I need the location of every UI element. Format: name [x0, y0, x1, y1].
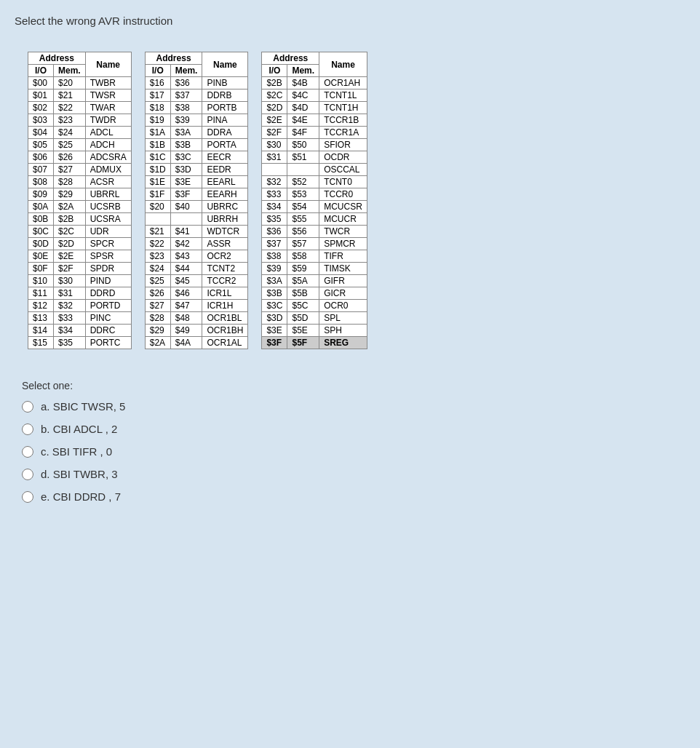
- name-cell: EEARL: [202, 176, 248, 188]
- mem-cell: $41: [170, 226, 202, 238]
- name-cell: DDRB: [202, 89, 248, 102]
- option-item-d[interactable]: d. SBI TWBR, 3: [22, 468, 685, 480]
- name-cell: PIND: [85, 275, 131, 287]
- option-item-b[interactable]: b. CBI ADCL , 2: [22, 423, 685, 435]
- table-row: $17$37DDRB: [145, 89, 248, 102]
- name-cell: PORTB: [202, 102, 248, 114]
- name-cell: EECR: [202, 151, 248, 164]
- mem-cell: $53: [287, 188, 319, 201]
- name-cell: ASSR: [202, 238, 248, 250]
- io-cell: $07: [28, 164, 54, 176]
- io-cell: $38: [262, 250, 287, 263]
- table1-mem-header: Mem.: [54, 65, 86, 77]
- io-cell: $0E: [28, 250, 54, 263]
- name-cell: ADCH: [85, 139, 131, 151]
- radio-c[interactable]: [22, 446, 33, 458]
- mem-cell: $43: [170, 250, 202, 263]
- io-cell: $1E: [145, 176, 170, 188]
- io-cell: $2B: [262, 77, 287, 89]
- name-cell: TIMSK: [319, 263, 367, 275]
- option-label-c: c. SBI TIFR , 0: [41, 445, 112, 458]
- name-cell: SPDR: [85, 263, 131, 275]
- mem-cell: $50: [287, 139, 319, 151]
- table-row: $38$58TIFR: [262, 250, 367, 263]
- table-row: $14$34DDRC: [28, 325, 132, 337]
- table-row: $22$42ASSR: [145, 238, 248, 250]
- name-cell: ADMUX: [85, 164, 131, 176]
- name-cell: TCCR0: [319, 188, 367, 201]
- option-item-a[interactable]: a. SBIC TWSR, 5: [22, 400, 685, 413]
- table-row: $2D$4DTCNT1H: [262, 102, 367, 114]
- name-cell: TCNT1H: [319, 102, 367, 114]
- table-row: $10$30PIND: [28, 275, 132, 287]
- io-cell: $3A: [262, 275, 287, 287]
- name-cell: GICR: [319, 287, 367, 300]
- table-row: $26$46ICR1L: [145, 287, 248, 300]
- io-cell: $15: [28, 337, 54, 349]
- name-cell: UCSRB: [85, 201, 131, 213]
- io-cell: $19: [145, 114, 170, 127]
- table-row: $30$50SFIOR: [262, 139, 367, 151]
- name-cell: UCSRA: [85, 213, 131, 226]
- name-cell: PORTC: [85, 337, 131, 349]
- name-cell: OSCCAL: [319, 164, 367, 176]
- io-cell: $1A: [145, 127, 170, 139]
- name-cell: GIFR: [319, 275, 367, 287]
- name-cell: UBRRH: [202, 213, 248, 226]
- table-row: UBRRH: [145, 213, 248, 226]
- mem-cell: $46: [170, 287, 202, 300]
- table-row: $3D$5DSPL: [262, 312, 367, 325]
- options-list: a. SBIC TWSR, 5b. CBI ADCL , 2c. SBI TIF…: [22, 400, 685, 503]
- io-cell: $32: [262, 176, 287, 188]
- mem-cell: $5C: [287, 300, 319, 312]
- name-cell: TCNT0: [319, 176, 367, 188]
- table-row: $19$39PINA: [145, 114, 248, 127]
- mem-cell: $23: [54, 114, 86, 127]
- io-cell: $02: [28, 102, 54, 114]
- name-cell: TCNT2: [202, 263, 248, 275]
- table2-address-header: Address: [145, 52, 202, 65]
- name-cell: OCR2: [202, 250, 248, 263]
- name-cell: SFIOR: [319, 139, 367, 151]
- register-table-2: Address Name I/O Mem. $16$36PINB$17$37DD…: [145, 52, 249, 349]
- option-item-c[interactable]: c. SBI TIFR , 0: [22, 445, 685, 458]
- table-row: $2C$4CTCNT1L: [262, 89, 367, 102]
- table-row: $18$38PORTB: [145, 102, 248, 114]
- io-cell: $0F: [28, 263, 54, 275]
- name-cell: DDRD: [85, 287, 131, 300]
- mem-cell: $36: [170, 77, 202, 89]
- table-row: $2F$4FTCCR1A: [262, 127, 367, 139]
- name-cell: ICR1H: [202, 300, 248, 312]
- radio-d[interactable]: [22, 469, 33, 480]
- io-cell: $23: [145, 250, 170, 263]
- mem-cell: $30: [54, 275, 86, 287]
- name-cell: EEDR: [202, 164, 248, 176]
- radio-a[interactable]: [22, 401, 33, 413]
- name-cell: TCCR1B: [319, 114, 367, 127]
- radio-b[interactable]: [22, 423, 33, 435]
- radio-e[interactable]: [22, 491, 33, 503]
- io-cell: $21: [145, 226, 170, 238]
- mem-cell: $35: [54, 337, 86, 349]
- mem-cell: $2B: [54, 213, 86, 226]
- name-cell: PORTD: [85, 300, 131, 312]
- mem-cell: $55: [287, 213, 319, 226]
- io-cell: $27: [145, 300, 170, 312]
- option-item-e[interactable]: e. CBI DDRD , 7: [22, 490, 685, 503]
- table-row: $0B$2BUCSRA: [28, 213, 132, 226]
- table3-mem-header: Mem.: [287, 65, 319, 77]
- io-cell: $2A: [145, 337, 170, 349]
- mem-cell: $33: [54, 312, 86, 325]
- io-cell: $36: [262, 226, 287, 238]
- table-row: $1C$3CEECR: [145, 151, 248, 164]
- io-cell: $33: [262, 188, 287, 201]
- io-cell: $17: [145, 89, 170, 102]
- table-row: $2B$4BOCR1AH: [262, 77, 367, 89]
- table-row: $0D$2DSPCR: [28, 238, 132, 250]
- mem-cell: $44: [170, 263, 202, 275]
- name-cell: ADCL: [85, 127, 131, 139]
- io-cell: $1F: [145, 188, 170, 201]
- table-row: $12$32PORTD: [28, 300, 132, 312]
- table-row: $03$23TWDR: [28, 114, 132, 127]
- table-row: $11$31DDRD: [28, 287, 132, 300]
